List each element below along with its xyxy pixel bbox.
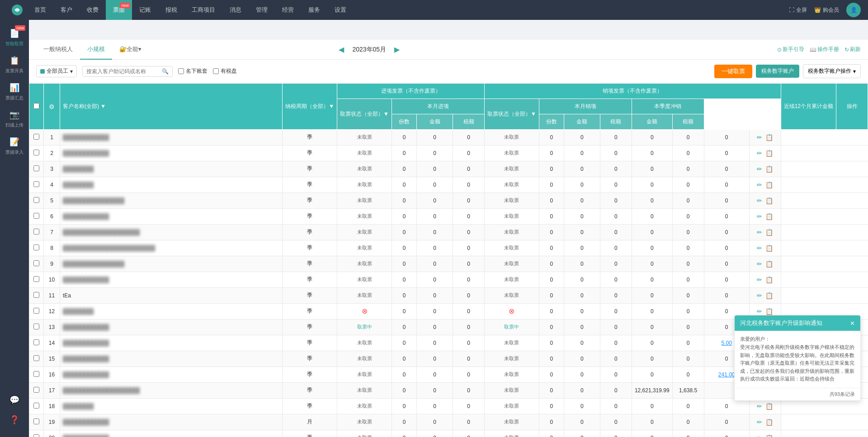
- edit-button[interactable]: ✏: [756, 307, 763, 316]
- copy-button[interactable]: 📋: [764, 275, 774, 284]
- edit-button[interactable]: ✏: [756, 275, 763, 284]
- th-out-status[interactable]: 取票状态（全部）▼: [485, 99, 539, 130]
- client-name[interactable]: ████████████: [63, 435, 109, 437]
- subaccount-checkbox[interactable]: [178, 68, 184, 74]
- nav-service[interactable]: 服务: [301, 0, 327, 20]
- sum-12m-link[interactable]: 241.00: [718, 371, 735, 378]
- copy-button[interactable]: 📋: [764, 259, 774, 268]
- edit-button[interactable]: ✏: [756, 433, 763, 437]
- checkbox-tax-disk[interactable]: 有税盘: [213, 67, 237, 75]
- row-checkbox[interactable]: [33, 134, 39, 140]
- member-button[interactable]: 👑 购会员: [814, 6, 839, 14]
- edit-button[interactable]: ✏: [756, 133, 763, 142]
- select-all-checkbox[interactable]: [33, 103, 39, 109]
- sidebar-item-ticket-entry[interactable]: 📝 票据录入: [0, 132, 29, 159]
- nav-ticket[interactable]: 票据 new: [106, 0, 132, 20]
- edit-button[interactable]: ✏: [756, 244, 763, 253]
- copy-button[interactable]: 📋: [764, 291, 774, 300]
- sidebar-item-scan-upload[interactable]: 📷 扫描上传: [0, 105, 29, 132]
- client-name[interactable]: ████████████: [63, 150, 109, 156]
- edit-button[interactable]: ✏: [756, 402, 763, 411]
- client-name[interactable]: ████████████: [63, 371, 109, 378]
- client-name[interactable]: ████████████: [63, 356, 109, 362]
- client-name[interactable]: ████████████: [63, 324, 109, 330]
- row-checkbox[interactable]: [33, 339, 39, 345]
- tab-general-taxpayer[interactable]: 一般纳税人: [36, 40, 80, 60]
- row-checkbox[interactable]: [33, 371, 39, 377]
- client-name[interactable]: ████████████████████: [63, 387, 140, 394]
- client-name[interactable]: ████████: [63, 166, 99, 172]
- client-name[interactable]: ████████████████: [63, 197, 124, 204]
- row-checkbox[interactable]: [33, 276, 39, 282]
- row-checkbox[interactable]: [33, 165, 39, 171]
- client-name[interactable]: tEa: [63, 292, 71, 299]
- copy-button[interactable]: 📋: [764, 212, 774, 221]
- tax-digital-account-button[interactable]: 税务数字账户: [756, 65, 799, 78]
- nav-fee[interactable]: 收费: [80, 0, 106, 20]
- row-checkbox[interactable]: [33, 387, 39, 393]
- copy-button[interactable]: 📋: [764, 433, 774, 437]
- avatar[interactable]: 👤: [846, 3, 861, 17]
- nav-settings[interactable]: 设置: [327, 0, 354, 20]
- nav-message[interactable]: 消息: [222, 0, 249, 20]
- row-checkbox[interactable]: [33, 150, 39, 155]
- row-checkbox[interactable]: [33, 260, 39, 266]
- client-name[interactable]: ████████████: [63, 419, 109, 425]
- nav-operation[interactable]: 经营: [275, 0, 301, 20]
- tax-digital-dropdown-button[interactable]: 税务数字账户操作 ▾: [803, 64, 861, 78]
- tab-small-scale[interactable]: 小规模: [80, 40, 112, 60]
- logo[interactable]: [7, 0, 27, 20]
- copy-button[interactable]: 📋: [764, 418, 774, 427]
- edit-button[interactable]: ✏: [756, 212, 763, 221]
- edit-button[interactable]: ✏: [756, 164, 763, 174]
- date-next-button[interactable]: ▶: [392, 44, 402, 55]
- nav-manage[interactable]: 管理: [249, 0, 275, 20]
- copy-button[interactable]: 📋: [764, 164, 774, 174]
- th-tax-period[interactable]: 纳税周期（全部）▼: [283, 84, 337, 130]
- nav-customer[interactable]: 客户: [53, 0, 80, 20]
- th-in-status[interactable]: 取票状态（全部）▼: [337, 99, 392, 130]
- client-name[interactable]: ████████████: [63, 277, 109, 283]
- copy-button[interactable]: 📋: [764, 307, 774, 316]
- row-checkbox[interactable]: [33, 181, 39, 187]
- sidebar-item-chat[interactable]: 💬: [0, 390, 29, 410]
- client-name[interactable]: ████████: [63, 182, 99, 188]
- nav-accounting[interactable]: 记账: [132, 0, 158, 20]
- client-name[interactable]: ████████████████████████: [63, 245, 155, 251]
- copy-button[interactable]: 📋: [764, 196, 774, 205]
- copy-button[interactable]: 📋: [764, 133, 774, 142]
- client-name[interactable]: ████████████: [63, 340, 109, 346]
- client-name[interactable]: ████████████████████: [63, 229, 140, 235]
- edit-button[interactable]: ✏: [756, 259, 763, 268]
- row-checkbox[interactable]: [33, 292, 39, 298]
- checkbox-subaccount[interactable]: 名下账套: [178, 67, 208, 75]
- popup-close-icon[interactable]: ✕: [850, 320, 855, 327]
- sum-12m-link[interactable]: 5.00: [721, 340, 731, 346]
- tab-all[interactable]: 🔐 全能 ▾: [112, 40, 149, 60]
- client-name[interactable]: ████████████████: [63, 261, 124, 267]
- row-checkbox[interactable]: [33, 308, 39, 314]
- edit-button[interactable]: ✏: [756, 228, 763, 237]
- refresh-link[interactable]: ↻ 刷新: [844, 46, 861, 53]
- one-click-fetch-button[interactable]: 一键取票: [714, 65, 752, 78]
- nav-business[interactable]: 工商项目: [184, 0, 222, 20]
- th-client-name[interactable]: 客户名称(全部) ▼: [60, 84, 283, 130]
- sidebar-item-help[interactable]: ❓: [0, 410, 29, 430]
- taxdisk-checkbox[interactable]: [213, 68, 219, 74]
- nav-tax[interactable]: 报税: [158, 0, 184, 20]
- employee-select[interactable]: 全部员工 ▾: [36, 65, 77, 77]
- fullscreen-button[interactable]: ⛶ 全屏: [789, 6, 807, 14]
- copy-button[interactable]: 📋: [764, 244, 774, 253]
- copy-button[interactable]: 📋: [764, 228, 774, 237]
- client-name[interactable]: ████████: [63, 308, 99, 315]
- row-checkbox[interactable]: [33, 434, 39, 437]
- copy-button[interactable]: 📋: [764, 180, 774, 189]
- row-checkbox[interactable]: [33, 418, 39, 424]
- client-name[interactable]: ████████: [63, 403, 99, 409]
- sidebar-item-invoice-open[interactable]: 📋 发票开具: [0, 51, 29, 78]
- row-checkbox[interactable]: [33, 244, 39, 250]
- gear-icon[interactable]: ⚙: [49, 103, 55, 110]
- row-checkbox[interactable]: [33, 355, 39, 361]
- row-checkbox[interactable]: [33, 197, 39, 203]
- manual-link[interactable]: 📖 操作手册: [810, 46, 839, 53]
